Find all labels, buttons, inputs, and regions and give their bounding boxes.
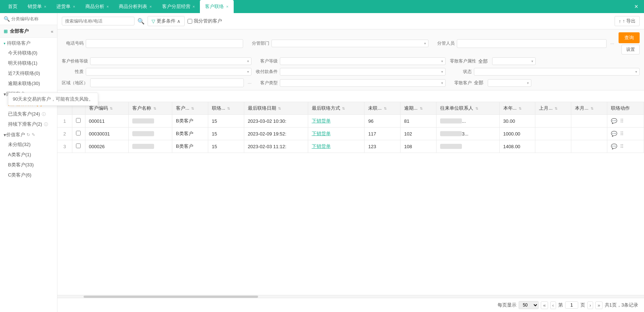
value-edit-icon[interactable]: ✎ [32, 132, 35, 137]
last-method-link[interactable]: 下销货单 [312, 118, 331, 123]
table-row: 3 000026 B类客户 15 2023-02-03 11:12: 下销货单 … [57, 140, 644, 153]
page-number-input[interactable] [565, 301, 578, 309]
sidebar-item-declining[interactable]: 持续下滑客户(2) ⓘ [0, 119, 57, 129]
action-more-icon[interactable]: ⠿ [620, 143, 624, 149]
tab-purchase-label: 进货单 [56, 3, 71, 10]
horizontal-scrollbar[interactable] [57, 295, 644, 298]
sort-thismonth-icon: ⇅ [591, 106, 593, 110]
name-blurred [132, 118, 154, 123]
collapse-icon[interactable]: « [51, 29, 53, 34]
row-checkbox[interactable] [76, 118, 81, 123]
page-size-select[interactable]: 50 100 200 [519, 301, 539, 309]
region-input[interactable] [90, 78, 244, 87]
action-more-icon[interactable]: ⠿ [620, 131, 624, 137]
value-refresh-icon[interactable]: ↻ [27, 132, 30, 137]
tab-sales[interactable]: 销货单 × [23, 0, 51, 13]
tab-home[interactable]: 首页 [3, 0, 23, 13]
cell-overdue: 81 [401, 115, 436, 127]
col-this-month[interactable]: 本月... ⇅ [571, 102, 607, 115]
payment-select[interactable]: ▾ [280, 68, 446, 76]
customer-grade-select[interactable]: ▾ [280, 57, 446, 65]
col-last-method[interactable]: 最后联络方式 ⇅ [308, 102, 365, 115]
next-page-button[interactable]: › [587, 301, 593, 309]
cell-overdue: 108 [401, 140, 436, 153]
tab-purchase-close[interactable]: × [73, 4, 75, 9]
tab-analysis-list-close[interactable]: × [149, 4, 152, 9]
tab-analysis-close[interactable]: × [106, 4, 109, 9]
last-method-link[interactable]: 下销货单 [312, 143, 331, 149]
sidebar-group-pending[interactable]: ▾ 待联络客户 [0, 38, 57, 48]
tab-purchase[interactable]: 进货单 × [51, 0, 80, 13]
manager-input[interactable] [457, 39, 607, 48]
cell-checkbox[interactable] [72, 140, 85, 153]
sidebar-item-7days[interactable]: 近7天待联络(0) [0, 68, 57, 78]
filter-search-icon[interactable]: 🔍 [137, 18, 145, 25]
retail-attr-select[interactable]: ▾ [492, 57, 536, 65]
sidebar-group-value[interactable]: ▾ 价值客户 ↻ ✎ [0, 129, 57, 139]
query-button[interactable]: 查询 [619, 32, 640, 43]
sidebar-item-class-b[interactable]: B类客户(33) [0, 160, 57, 170]
col-type[interactable]: 客户... ⇅ [172, 102, 208, 115]
action-more-icon[interactable]: ⠿ [620, 118, 624, 124]
row-checkbox[interactable] [76, 131, 81, 135]
col-contact-count[interactable]: 联络... ⇅ [208, 102, 244, 115]
customer-type-select[interactable]: ▾ [280, 79, 446, 87]
price-grade-select[interactable]: ▾ [90, 57, 251, 65]
last-method-link[interactable]: 下销货单 [312, 131, 331, 136]
dept-select[interactable]: ▾ [271, 40, 429, 47]
status-select[interactable]: ▾ [474, 68, 640, 76]
sidebar-all-customers[interactable]: ⊞ 全部客户 « [0, 25, 57, 38]
window-close-button[interactable]: × [631, 3, 641, 11]
col-this-year[interactable]: 本年... ⇅ [499, 102, 535, 115]
scrollbar-thumb[interactable] [84, 296, 258, 298]
tab-analysis-list[interactable]: 商品分析列表 × [114, 0, 157, 13]
action-chat-icon[interactable]: 💬 [611, 118, 617, 124]
retail-select[interactable]: ▾ [488, 79, 531, 87]
cell-checkbox[interactable] [72, 115, 85, 127]
my-customers-checkbox[interactable]: 我分管的客户 [188, 18, 222, 24]
filter-field-dept: 分管部门 ▾ [247, 40, 429, 47]
sidebar-item-today[interactable]: 今天待联络(0) [0, 48, 57, 58]
sidebar-item-class-c[interactable]: C类客户(6) [0, 170, 57, 180]
row-checkbox[interactable] [76, 143, 81, 148]
tab-customer-contact-close[interactable]: × [226, 4, 228, 9]
col-last-month[interactable]: 上月... ⇅ [535, 102, 571, 115]
action-chat-icon[interactable]: 💬 [611, 131, 617, 137]
cell-name [129, 115, 172, 127]
cell-checkbox[interactable] [72, 127, 85, 140]
col-not-contact[interactable]: 未联... ⇅ [365, 102, 401, 115]
sidebar-item-tomorrow[interactable]: 明天待联络(1) [0, 58, 57, 68]
last-page-button[interactable]: » [595, 301, 602, 309]
tab-sales-close[interactable]: × [44, 4, 46, 9]
col-contact-person[interactable]: 往来单位联系人 ⇅ [436, 102, 499, 115]
sidebar-search-input[interactable] [11, 16, 53, 21]
filter-search-input[interactable] [62, 17, 134, 25]
tooltip-text: 90天未交易的客户，可能有流失风险。 [13, 96, 57, 102]
more-conditions-button[interactable]: ▽ 更多条件 ∧ [148, 16, 185, 26]
tab-customer-contact[interactable]: 客户联络 × [200, 0, 233, 13]
person-blurred [440, 144, 462, 149]
settings-button[interactable]: 设置 [621, 45, 640, 54]
tab-analysis[interactable]: 商品分析 × [80, 0, 114, 13]
first-page-button[interactable]: « [541, 301, 548, 309]
prev-page-button[interactable]: ‹ [550, 301, 556, 309]
export-button[interactable]: ↑ ↑ 导出 [615, 16, 640, 26]
cell-rownum: 2 [57, 127, 72, 140]
my-customers-checkbox-input[interactable] [188, 19, 192, 24]
sidebar-item-lost[interactable]: 已流失客户(24) ⓘ [0, 109, 57, 119]
manager-dots[interactable]: ··· [610, 41, 614, 46]
phone-input[interactable] [86, 39, 243, 48]
sidebar-item-overdue[interactable]: 逾期未联络(30) [0, 78, 57, 89]
price-grade-caret: ▾ [247, 59, 249, 63]
tab-customer-layer-close[interactable]: × [193, 4, 195, 9]
col-name[interactable]: 客户名称 ⇅ [129, 102, 172, 115]
sidebar-item-class-a[interactable]: A类客户(1) [0, 150, 57, 160]
region-dots[interactable]: ··· [247, 80, 251, 86]
tab-customer-layer[interactable]: 客户分层经营 × [157, 0, 200, 13]
col-overdue[interactable]: 逾期... ⇅ [401, 102, 436, 115]
col-last-date[interactable]: 最后联络日期 ⇅ [244, 102, 308, 115]
nature-select[interactable]: ▾ [86, 68, 251, 76]
action-chat-icon[interactable]: 💬 [611, 143, 617, 149]
my-customers-label: 我分管的客户 [194, 18, 222, 24]
sidebar-item-ungrouped[interactable]: 未分组(32) [0, 139, 57, 150]
